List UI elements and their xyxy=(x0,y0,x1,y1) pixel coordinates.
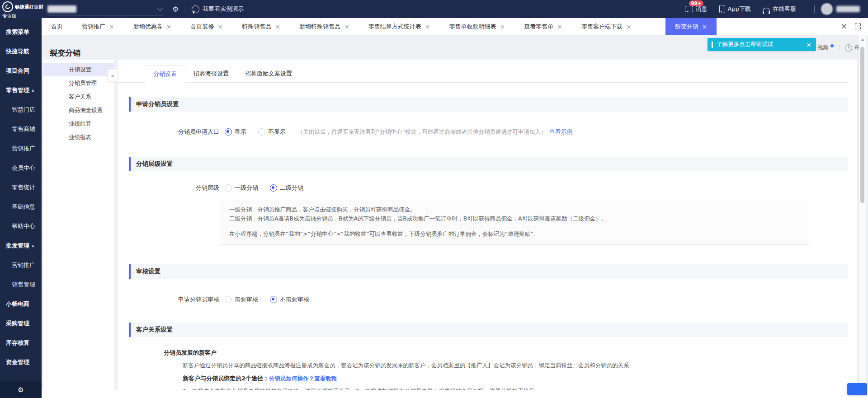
sidebar-item[interactable]: 营销推广 xyxy=(0,255,42,275)
radio-checked-icon[interactable] xyxy=(225,128,232,136)
window-tab[interactable]: 裂变分销 × xyxy=(665,18,717,35)
radio-hide[interactable]: 不显示 xyxy=(258,128,286,136)
radio-level-2[interactable]: 二级分销 xyxy=(270,184,303,192)
tab-close-icon[interactable]: × xyxy=(275,23,280,30)
sub-sidebar-item-label: 分销员管理 xyxy=(69,80,97,87)
sidebar-item-label: 项目合同 xyxy=(6,67,29,75)
vertical-scrollbar[interactable]: ▲ xyxy=(859,35,866,390)
scrollbar-thumb[interactable] xyxy=(860,47,864,203)
online-service-button[interactable]: 在线客服 xyxy=(763,5,796,13)
sidebar-item-label: 营销推广 xyxy=(12,261,35,269)
window-tab[interactable]: 首页 xyxy=(42,18,72,35)
close-all-tabs-icon[interactable]: × xyxy=(841,23,847,30)
sidebar-item[interactable]: 快捷导航 xyxy=(0,42,42,61)
sidebar-item[interactable]: 基础信息 xyxy=(0,197,42,216)
content-tab[interactable]: 招募海报设置 xyxy=(185,65,237,82)
tab-close-icon[interactable]: × xyxy=(109,23,114,30)
window-tab[interactable]: 特殊销售品 × xyxy=(232,18,290,35)
sidebar-item[interactable]: 营销推广 xyxy=(0,139,42,158)
sub-sidebar-item-label: 业绩结算 xyxy=(69,120,91,128)
demo-link[interactable]: 我要看实例演示 xyxy=(192,5,244,13)
sub-sidebar-item[interactable]: 业绩报表 xyxy=(43,131,114,144)
how-to-link[interactable]: 分销员如何操作？ xyxy=(269,375,314,383)
sidebar-item[interactable]: 销售管理 xyxy=(0,275,42,294)
tutorial-link[interactable]: 查看教程 xyxy=(314,375,337,383)
sidebar-item[interactable]: 库存核算 xyxy=(0,333,42,352)
tab-close-icon[interactable]: × xyxy=(500,23,505,30)
sub-sidebar-item[interactable]: 分销员管理 xyxy=(43,76,114,90)
radio-label: 一级分销 xyxy=(235,184,258,192)
content-tab[interactable]: 分销设置 xyxy=(145,65,185,83)
tab-close-icon[interactable]: × xyxy=(217,23,223,30)
tab-close-icon[interactable]: × xyxy=(425,23,430,30)
content-card: 分销设置 招募海报设置 招募激励文案设置 申请分销员设置 分销员申请入口 显示 … xyxy=(118,60,857,390)
sidebar-item[interactable]: 采购管理 xyxy=(0,314,42,333)
sub-sidebar-item[interactable]: 客户关系 xyxy=(43,90,114,103)
company-selector[interactable] xyxy=(47,3,164,15)
window-tab[interactable]: 新增优惠券 × xyxy=(124,18,181,35)
sub-sidebar-item[interactable]: 分销设置 xyxy=(43,63,114,76)
tab-close-icon[interactable]: × xyxy=(626,23,632,30)
window-tab[interactable]: 零售单收款明细表 × xyxy=(439,18,514,35)
window-tab[interactable]: 营销推广 × xyxy=(72,18,124,35)
sidebar-item[interactable]: 智慧门店 xyxy=(0,100,42,119)
tab-close-icon[interactable]: × xyxy=(344,23,349,30)
radio-unchecked-icon[interactable] xyxy=(225,296,232,303)
audit-row: 申请分销员审核 需要审核 不需要审核 xyxy=(176,295,857,304)
sidebar-item[interactable]: 资金管理 xyxy=(0,352,42,372)
sidebar-item-label: 基础信息 xyxy=(12,203,35,211)
company-name-blurred xyxy=(47,5,76,13)
radio-label: 二级分销 xyxy=(280,184,303,192)
view-example-link[interactable]: 查看示例 xyxy=(549,128,572,136)
tab-close-icon[interactable]: × xyxy=(702,23,708,30)
sub-sidebar-item[interactable]: 商品佣金设置 xyxy=(43,103,114,117)
window-tab[interactable]: 查看零售单 × xyxy=(514,18,572,35)
bottom-scrollbar-track[interactable] xyxy=(42,390,868,398)
info-line: 一级分销：分销员推广商品，客户点击链接购买，分销员可获得商品佣金。 xyxy=(229,205,800,214)
radio-unchecked-icon[interactable] xyxy=(225,184,232,192)
demo-label: 我要看实例演示 xyxy=(203,5,244,13)
tab-close-icon[interactable]: × xyxy=(166,23,172,30)
settings-gear-icon[interactable]: ⚙ xyxy=(172,5,179,14)
messages-button[interactable]: 99+ 消息 xyxy=(685,5,708,13)
window-tab[interactable]: 新增特殊销售品 × xyxy=(290,18,359,35)
help-banner[interactable]: 了解更多点击帮助试试 × xyxy=(708,38,816,51)
radio-unchecked-icon[interactable] xyxy=(258,128,265,136)
radio-no-audit[interactable]: 不需要审核 xyxy=(270,295,309,304)
sidebar-settings-gear-icon[interactable]: ⚙ xyxy=(18,386,24,394)
field-label: 申请分销员审核 xyxy=(176,295,219,304)
collapse-sidebar-button[interactable]: « xyxy=(108,69,118,82)
scroll-up-icon[interactable]: ▲ xyxy=(859,37,866,42)
window-tab[interactable]: 零售客户端下载 × xyxy=(572,18,641,35)
sidebar-item[interactable]: 帮助中心 xyxy=(0,216,42,236)
sidebar-item[interactable]: 项目合同 xyxy=(0,61,42,80)
sidebar-item[interactable]: 会员中心 xyxy=(0,158,42,178)
chevron-down-icon[interactable] xyxy=(157,5,163,11)
floating-action-button[interactable] xyxy=(847,383,867,395)
radio-level-1[interactable]: 一级分销 xyxy=(225,184,258,192)
content-tab[interactable]: 招募激励文案设置 xyxy=(237,65,300,82)
sidebar-item[interactable]: 零售统计 xyxy=(0,178,42,197)
sidebar-item[interactable]: 零售管理 ▲ xyxy=(0,80,42,100)
section-header-level: 分销层级设置 xyxy=(129,157,848,171)
app-download-button[interactable]: App下载 xyxy=(719,5,751,13)
sidebar-item[interactable]: 搜索菜单 xyxy=(0,22,42,42)
radio-checked-icon[interactable] xyxy=(270,184,277,192)
app-download-label: App下载 xyxy=(728,5,751,13)
sub-sidebar-item[interactable]: 业绩结算 xyxy=(43,117,114,131)
radio-checked-icon[interactable] xyxy=(270,296,277,303)
sidebar-item[interactable]: 批发管理 ▲ xyxy=(0,236,42,255)
demo-bubble-icon xyxy=(192,5,199,13)
sidebar-item[interactable]: 零售商城 xyxy=(0,119,42,139)
radio-need-audit[interactable]: 需要审核 xyxy=(225,295,258,304)
tab-close-icon[interactable]: × xyxy=(557,23,562,30)
customer-paragraph: 新客户通过分销员分享的商品链接或商品海报注册成为新会员，都会记为该分销员发展来的… xyxy=(183,361,848,370)
sidebar-item[interactable]: 小畅电商 xyxy=(0,294,42,314)
fullscreen-icon[interactable] xyxy=(855,23,861,29)
radio-show[interactable]: 显示 xyxy=(225,128,246,136)
window-tab[interactable]: 首页装修 × xyxy=(181,18,232,35)
window-tab[interactable]: 零售结算方式统计表 × xyxy=(359,18,440,35)
video-link[interactable]: 视频 xyxy=(817,44,829,52)
avatar[interactable] xyxy=(821,3,833,15)
banner-close-icon[interactable]: × xyxy=(806,41,811,48)
